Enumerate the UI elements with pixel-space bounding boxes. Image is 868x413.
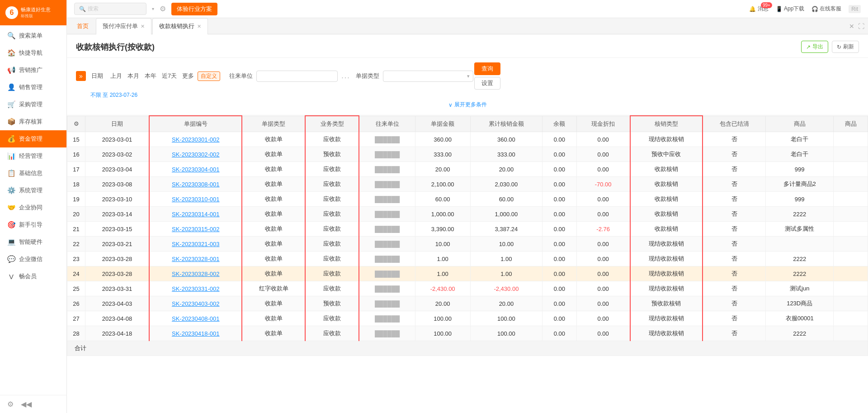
bill-no-link[interactable]: SK-20230308-001	[172, 181, 220, 188]
headset-icon: 🎧	[811, 6, 818, 12]
topbar-search-box[interactable]: 🔍 搜索	[74, 3, 146, 15]
cell-cum-offset: 100.00	[470, 311, 542, 326]
tab-close-collection-exec[interactable]: ✕	[197, 24, 201, 29]
bill-no-link[interactable]: SK-20230301-002	[172, 136, 220, 143]
bill-no-link[interactable]: SK-20230302-002	[172, 151, 220, 158]
user-name[interactable]: Rit	[849, 5, 861, 13]
cell-balance: 0.00	[542, 222, 577, 237]
cell-bill-no[interactable]: SK-20230331-002	[149, 281, 242, 296]
sidebar-item-purchase[interactable]: 🛒 采购管理	[0, 96, 66, 113]
table-row: 22 2023-03-21 SK-20230321-003 收款单 应收款 ██…	[67, 237, 868, 252]
bill-no-link[interactable]: SK-20230328-001	[172, 256, 220, 262]
tab-expand-icon[interactable]: ⛶	[858, 23, 864, 30]
cell-include-cleared: 否	[703, 237, 765, 252]
cell-cum-offset: 20.00	[470, 162, 542, 177]
bill-no-link[interactable]: SK-20230310-001	[172, 196, 220, 203]
sidebar-item-guide[interactable]: 🎯 新手引导	[0, 216, 66, 233]
bill-no-link[interactable]: SK-20230304-001	[172, 166, 220, 173]
sidebar-item-search[interactable]: 🔍 搜索菜单	[0, 27, 66, 44]
bill-no-link[interactable]: SK-20230328-002	[172, 271, 220, 277]
cell-product: 2222	[766, 207, 834, 222]
cell-bill-no[interactable]: SK-20230308-001	[149, 177, 242, 192]
filter-this-year[interactable]: 本年	[143, 71, 158, 81]
cell-bill-no[interactable]: SK-20230321-003	[149, 237, 242, 252]
tab-collection-exec[interactable]: 收款核销执行 ✕	[152, 18, 208, 34]
bill-no-link[interactable]: SK-20230321-003	[172, 241, 220, 247]
sidebar-item-finance[interactable]: 💰 资金管理	[0, 130, 66, 147]
cell-cash-discount: 0.00	[576, 147, 630, 162]
cell-product2	[834, 326, 868, 341]
messages-button[interactable]: 🔔 消息 99+	[749, 5, 769, 13]
industry-solution-button[interactable]: 体验行业方案	[171, 3, 217, 15]
sidebar-item-corp[interactable]: 🤝 企业协同	[0, 199, 66, 216]
filter-this-month[interactable]: 本月	[126, 71, 141, 81]
table-row: 27 2023-04-08 SK-20230408-001 收款单 应收款 ██…	[67, 311, 868, 326]
table-header-row: ⚙ 日期 单据编号 单据类型 业务类型 往来单位 单据金额 累计核销金额 余额 …	[67, 116, 868, 132]
tab-close-all-icon[interactable]: ✕	[849, 23, 854, 30]
sidebar-item-sales[interactable]: 👤 销售管理	[0, 79, 66, 96]
sidebar-item-marketing[interactable]: 📢 营销推广	[0, 62, 66, 79]
export-button[interactable]: ↗ 导出	[801, 41, 828, 53]
bell-icon: 🔔	[749, 6, 756, 12]
bill-no-link[interactable]: SK-20230418-001	[172, 330, 220, 337]
filter-custom-btn[interactable]: 自定义	[198, 71, 220, 81]
th-balance: 余额	[542, 116, 577, 132]
sidebar-item-quick-nav[interactable]: 🏠 快捷导航	[0, 44, 66, 62]
settings-footer-icon[interactable]: ⚙	[7, 400, 14, 408]
query-button[interactable]: 查询	[474, 62, 500, 75]
filter-last-month[interactable]: 上月	[108, 71, 124, 81]
cell-biz-type: 应收款	[305, 132, 359, 147]
cell-bill-no[interactable]: SK-20230408-001	[149, 311, 242, 326]
cell-bill-no[interactable]: SK-20230328-001	[149, 252, 242, 266]
topbar-gear-icon[interactable]: ⚙	[160, 5, 166, 13]
sidebar-logo-text: 畅康道好生意	[21, 6, 51, 13]
th-settings[interactable]: ⚙	[67, 116, 85, 132]
bill-no-link[interactable]: SK-20230331-002	[172, 285, 220, 292]
sidebar-item-operation[interactable]: 📊 经营管理	[0, 147, 66, 165]
cell-bill-no[interactable]: SK-20230328-002	[149, 266, 242, 281]
cell-bill-no[interactable]: SK-20230304-001	[149, 162, 242, 177]
data-table: ⚙ 日期 单据编号 单据类型 业务类型 往来单位 单据金额 累计核销金额 余额 …	[67, 115, 868, 356]
column-settings-icon[interactable]: ⚙	[74, 120, 79, 127]
filter-last-7[interactable]: 近7天	[160, 71, 179, 81]
tab-home[interactable]: 首页	[71, 18, 95, 34]
sidebar-item-basic[interactable]: 📋 基础信息	[0, 165, 66, 182]
filter-expand-row[interactable]: ∨ 展开更多条件	[76, 99, 859, 110]
collapse-icon[interactable]: ◀◀	[21, 400, 32, 408]
cell-bill-no[interactable]: SK-20230310-001	[149, 192, 242, 207]
app-download-link[interactable]: 📱 App下载	[776, 5, 804, 13]
filter-customer-input[interactable]	[256, 71, 338, 82]
refresh-button[interactable]: ↻ 刷新	[832, 41, 859, 53]
bill-no-link[interactable]: SK-20230408-001	[172, 315, 220, 322]
bill-no-link[interactable]: SK-20230314-001	[172, 211, 220, 218]
sidebar-item-member[interactable]: V 畅会员	[0, 268, 66, 285]
filter-bill-type-select[interactable]	[383, 71, 473, 82]
filter-settings-button[interactable]: 设置	[474, 77, 500, 90]
cell-product2	[834, 237, 868, 252]
table-body: 15 2023-03-01 SK-20230301-002 收款单 应收款 ██…	[67, 132, 868, 356]
cell-num: 28	[67, 326, 85, 341]
cell-bill-no[interactable]: SK-20230418-001	[149, 326, 242, 341]
cell-bill-no[interactable]: SK-20230403-002	[149, 296, 242, 311]
gear-icon: ⚙️	[7, 186, 15, 195]
filter-more[interactable]: 更多	[180, 71, 196, 81]
filter-expand-button[interactable]: »	[76, 71, 86, 81]
cell-bill-no[interactable]: SK-20230314-001	[149, 207, 242, 222]
cell-bill-no[interactable]: SK-20230302-002	[149, 147, 242, 162]
cell-bill-no[interactable]: SK-20230315-002	[149, 222, 242, 237]
tab-advance-payment[interactable]: 预付冲应付单 ✕	[96, 18, 151, 34]
filter-customer-label: 往来单位	[229, 72, 253, 80]
th-bill-type: 单据类型	[242, 116, 305, 132]
online-service-link[interactable]: 🎧 在线客服	[811, 5, 841, 13]
cell-bill-no[interactable]: SK-20230301-002	[149, 132, 242, 147]
cell-offset-type: 现结收款核销	[630, 281, 703, 296]
bill-no-link[interactable]: SK-20230403-002	[172, 300, 220, 307]
sidebar-item-hardware[interactable]: 💻 智能硬件	[0, 233, 66, 251]
sidebar-item-wechat[interactable]: 💬 企业微信	[0, 251, 66, 268]
cell-offset-type: 现结收款核销	[630, 237, 703, 252]
topbar-dropdown-arrow[interactable]: ▾	[152, 6, 154, 11]
tab-close-advance-payment[interactable]: ✕	[141, 24, 145, 29]
bill-no-link[interactable]: SK-20230315-002	[172, 226, 220, 233]
sidebar-item-inventory[interactable]: 📦 库存核算	[0, 113, 66, 130]
sidebar-item-system[interactable]: ⚙️ 系统管理	[0, 182, 66, 199]
